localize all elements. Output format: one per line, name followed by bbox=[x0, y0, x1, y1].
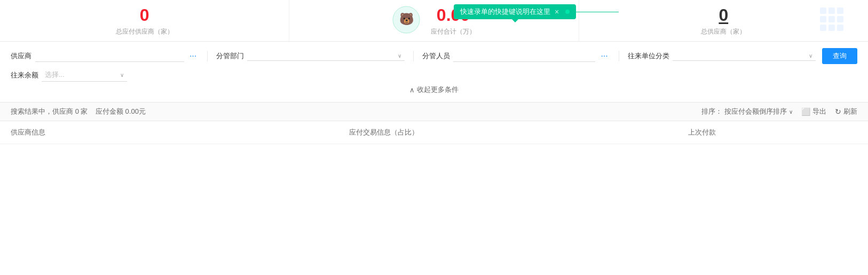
svg-rect-10 bbox=[837, 25, 843, 31]
svg-rect-5 bbox=[820, 16, 826, 22]
stat-total-suppliers-number: 0 bbox=[719, 5, 728, 25]
svg-rect-4 bbox=[837, 7, 843, 14]
stat-total-suppliers-label: 总供应商（家） bbox=[701, 27, 746, 36]
filter-row-2: 往来余额 选择... ∨ bbox=[11, 68, 857, 82]
balance-arrow: ∨ bbox=[120, 72, 124, 78]
table-col-last-payment: 上次付款 bbox=[688, 128, 857, 137]
table-col-transaction-info: 应付交易信息（占比） bbox=[349, 128, 688, 137]
stat-payable-label: 总应付供应商（家） bbox=[116, 27, 173, 36]
refresh-icon: ↻ bbox=[835, 107, 841, 116]
collapse-icon: ∧ bbox=[409, 86, 415, 94]
table-col-supplier-info: 供应商信息 bbox=[11, 128, 349, 137]
filter-balance: 往来余额 选择... ∨ bbox=[11, 68, 127, 82]
tooltip-line bbox=[576, 12, 619, 12]
manager-dots-button[interactable]: ··· bbox=[598, 51, 610, 61]
results-supplier-count: 0 bbox=[75, 107, 79, 115]
results-prefix: 搜索结果中，供应商 bbox=[11, 107, 73, 115]
tooltip-close-button[interactable]: × bbox=[555, 7, 559, 16]
results-bar: 搜索结果中，供应商 0 家 应付金额 0.00元 排序： 按应付会额倒序排序 ∨… bbox=[0, 103, 868, 121]
divider-3 bbox=[619, 51, 619, 61]
gem-icon: 🐻 bbox=[392, 6, 420, 35]
stat-total-suppliers: 0 总供应商（家） bbox=[579, 0, 868, 41]
sort-value: 按应付会额倒序排序 bbox=[724, 107, 787, 116]
divider-2 bbox=[413, 51, 414, 61]
balance-select[interactable]: 选择... ∨ bbox=[42, 68, 127, 82]
unit-category-select[interactable]: ∨ bbox=[673, 51, 816, 61]
svg-rect-6 bbox=[828, 16, 835, 22]
tooltip-dot bbox=[565, 10, 570, 14]
results-actions: 排序： 按应付会额倒序排序 ∨ ⬜ 导出 ↻ 刷新 bbox=[701, 107, 857, 116]
export-button[interactable]: ⬜ 导出 bbox=[801, 107, 826, 116]
stat-total-payable: 0 总应付供应商（家） bbox=[0, 0, 289, 41]
filter-supplier: 供应商 ··· bbox=[11, 50, 199, 62]
sort-arrow: ∨ bbox=[789, 109, 793, 115]
export-icon: ⬜ bbox=[801, 107, 810, 116]
balance-label: 往来余额 bbox=[11, 70, 38, 80]
sort-label: 排序： bbox=[701, 107, 722, 116]
filter-manager: 分管人员 ··· bbox=[422, 50, 610, 62]
manager-label: 分管人员 bbox=[422, 51, 450, 61]
svg-rect-7 bbox=[837, 16, 843, 22]
filter-row-1: 供应商 ··· 分管部门 ∨ 分管人员 ··· 往来单位分类 ∨ bbox=[11, 48, 857, 64]
svg-rect-2 bbox=[820, 7, 826, 14]
unit-category-label: 往来单位分类 bbox=[628, 51, 669, 61]
department-label: 分管部门 bbox=[216, 51, 244, 61]
filter-area: 供应商 ··· 分管部门 ∨ 分管人员 ··· 往来单位分类 ∨ bbox=[0, 42, 868, 103]
svg-text:🐻: 🐻 bbox=[399, 12, 414, 26]
query-button[interactable]: 查询 bbox=[822, 48, 857, 64]
stats-bar: 0 总应付供应商（家） 🐻 0.00 应付合计（万） 快速录单的快捷键说明在这里… bbox=[0, 0, 868, 42]
filter-unit-category: 往来单位分类 ∨ bbox=[628, 51, 816, 61]
supplier-label: 供应商 bbox=[11, 51, 32, 61]
supplier-dots-button[interactable]: ··· bbox=[187, 51, 199, 61]
table-body bbox=[0, 144, 868, 275]
department-select[interactable]: ∨ bbox=[247, 51, 404, 61]
results-suffix: 家 bbox=[81, 107, 88, 115]
filter-department: 分管部门 ∨ bbox=[216, 51, 404, 61]
results-amount-label: 应付金额 bbox=[96, 107, 123, 115]
refresh-button[interactable]: ↻ 刷新 bbox=[835, 107, 857, 116]
stat-payable-total-label: 应付合计（万） bbox=[431, 27, 476, 36]
collapse-text: 收起更多条件 bbox=[417, 85, 459, 95]
collapse-area: ∧ 收起更多条件 bbox=[11, 85, 857, 95]
refresh-label: 刷新 bbox=[843, 107, 857, 116]
svg-rect-3 bbox=[828, 7, 835, 14]
shortcut-tooltip: 快速录单的快捷键说明在这里 × bbox=[454, 4, 576, 19]
table-header: 供应商信息 应付交易信息（占比） 上次付款 bbox=[0, 121, 868, 144]
sort-select[interactable]: 排序： 按应付会额倒序排序 ∨ bbox=[701, 107, 793, 116]
unit-category-arrow: ∨ bbox=[809, 53, 812, 59]
results-info: 搜索结果中，供应商 0 家 应付金额 0.00元 bbox=[11, 107, 146, 116]
export-label: 导出 bbox=[812, 107, 826, 116]
balance-placeholder: 选择... bbox=[45, 70, 65, 80]
supplier-input[interactable] bbox=[35, 50, 184, 62]
svg-rect-8 bbox=[820, 25, 826, 31]
divider-1 bbox=[207, 51, 208, 61]
stat-payable-number: 0 bbox=[140, 5, 149, 25]
results-amount-value: 0.00元 bbox=[125, 107, 146, 115]
svg-rect-9 bbox=[828, 25, 835, 31]
manager-input[interactable] bbox=[453, 50, 596, 62]
grid-bg-icon bbox=[820, 7, 852, 36]
tooltip-text: 快速录单的快捷键说明在这里 bbox=[460, 7, 550, 17]
collapse-button[interactable]: ∧ 收起更多条件 bbox=[11, 85, 857, 95]
department-arrow: ∨ bbox=[398, 53, 401, 59]
